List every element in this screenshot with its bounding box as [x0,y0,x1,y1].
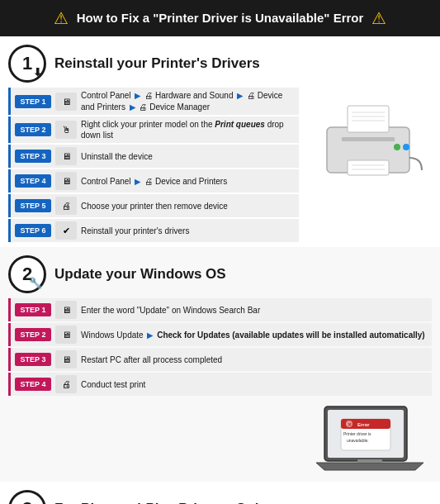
list-item: STEP 2 🖱 Right click your printer model … [8,116,299,143]
list-item: STEP 4 🖨 Conduct test print [8,373,432,396]
step-text: Uninstall the device [81,151,295,162]
step-icon: ✔ [55,221,77,240]
svg-rect-21 [357,459,382,463]
step-badge: STEP 2 [15,328,51,341]
svg-text:✕: ✕ [348,422,352,427]
step-badge: STEP 1 [15,95,51,108]
step-badge: STEP 3 [15,353,51,366]
svg-marker-20 [316,463,423,470]
section-3-number: 3 🔌 [8,490,46,504]
section-1-number: 1 ⬇ [8,45,46,83]
svg-text:Error: Error [357,422,370,427]
section-3-heading: 3 🔌 For Plug-and-Play Printers Only [8,490,432,504]
printer-illustration [304,88,432,242]
step-text: Restart PC after all process completed [81,354,428,365]
section-1-title: Reinstall your Printer's Drivers [54,55,260,72]
step-text: Control Panel ▶ 🖨 Hardware and Sound ▶ 🖨… [81,90,295,112]
list-item: STEP 3 🖥 Restart PC after all process co… [8,348,432,371]
steps-list-2: STEP 1 🖥 Enter the word "Update" on Wind… [8,298,432,396]
section-2-number: 2 🔧 [8,255,46,293]
header-title: How to Fix a "Printer Driver is Unavaila… [77,11,364,26]
section-2: 2 🔧 Update your Windows OS STEP 1 🖥 Ente… [0,247,440,482]
step-icon: 🖥 [55,172,77,190]
svg-text:unavailable.: unavailable. [347,438,369,443]
section-3: 3 🔌 For Plug-and-Play Printers Only STEP… [0,482,440,504]
step-text: Control Panel ▶ 🖨 Device and Printers [81,176,295,188]
printer-svg [310,96,426,187]
step-text: Reinstall your printer's drivers [81,226,295,236]
section-2-number-icon: 🔧 [29,277,42,289]
step-badge: STEP 4 [15,378,51,391]
list-item: STEP 5 🖨 Choose your printer then remove… [8,194,299,217]
list-item: STEP 2 🖥 Windows Update ▶ Check for Upda… [8,323,432,346]
step-badge: STEP 6 [15,224,51,237]
section-1-number-icon: ⬇ [33,66,42,78]
svg-rect-1 [348,106,389,132]
step-text: Conduct test print [81,379,428,390]
list-item: STEP 1 🖥 Enter the word "Update" on Wind… [8,298,432,321]
steps-list-1: STEP 1 🖥 Control Panel ▶ 🖨 Hardware and … [8,88,299,242]
step-text: Windows Update ▶ Check for Updates (avai… [81,330,428,341]
step-icon: 🖨 [55,197,77,215]
svg-text:Printer driver is: Printer driver is [343,431,371,436]
step-text: Enter the word "Update" on Windows Searc… [81,305,428,316]
section-2-title: Update your Windows OS [54,266,226,283]
warning-icon-left: ⚠ [54,8,69,28]
step-badge: STEP 5 [15,199,51,212]
laptop-illustration: Error ✕ Printer driver is unavailable. [308,399,432,477]
section-3-title: For Plug-and-Play Printers Only [54,501,267,504]
step-icon: 🖥 [55,147,77,165]
section-1: 1 ⬇ Reinstall your Printer's Drivers STE… [0,36,440,247]
svg-point-6 [394,144,400,150]
step-icon: 🖥 [55,93,77,111]
list-item: STEP 3 🖥 Uninstall the device [8,145,299,168]
warning-icon-right: ⚠ [371,8,386,28]
step-badge: STEP 4 [15,174,51,188]
svg-rect-8 [348,160,389,175]
step-icon: 🖥 [55,326,77,344]
step-badge: STEP 3 [15,150,51,163]
list-item: STEP 1 🖥 Control Panel ▶ 🖨 Hardware and … [8,88,299,115]
step-text: Right click your printer model on the Pr… [81,119,295,140]
section-1-heading: 1 ⬇ Reinstall your Printer's Drivers [8,45,432,83]
step-icon: 🖥 [55,350,77,368]
step-badge: STEP 1 [15,303,51,316]
list-item: STEP 4 🖥 Control Panel ▶ 🖨 Device and Pr… [8,169,299,193]
section-2-heading: 2 🔧 Update your Windows OS [8,255,432,293]
laptop-wrapper: Error ✕ Printer driver is unavailable. [8,399,432,477]
svg-point-7 [403,144,409,150]
section-1-layout: STEP 1 🖥 Control Panel ▶ 🖨 Hardware and … [8,88,432,242]
step-badge: STEP 2 [15,123,51,136]
section-1-steps: STEP 1 🖥 Control Panel ▶ 🖨 Hardware and … [8,88,299,242]
step-icon: 🖨 [55,375,77,393]
header: ⚠ How to Fix a "Printer Driver is Unavai… [0,0,440,36]
step-text: Choose your printer then remove device [81,201,295,212]
step-icon: 🖱 [55,121,77,139]
step-icon: 🖥 [55,301,77,319]
laptop-svg: Error ✕ Printer driver is unavailable. [312,402,428,477]
svg-rect-5 [342,137,395,141]
list-item: STEP 6 ✔ Reinstall your printer's driver… [8,219,299,242]
